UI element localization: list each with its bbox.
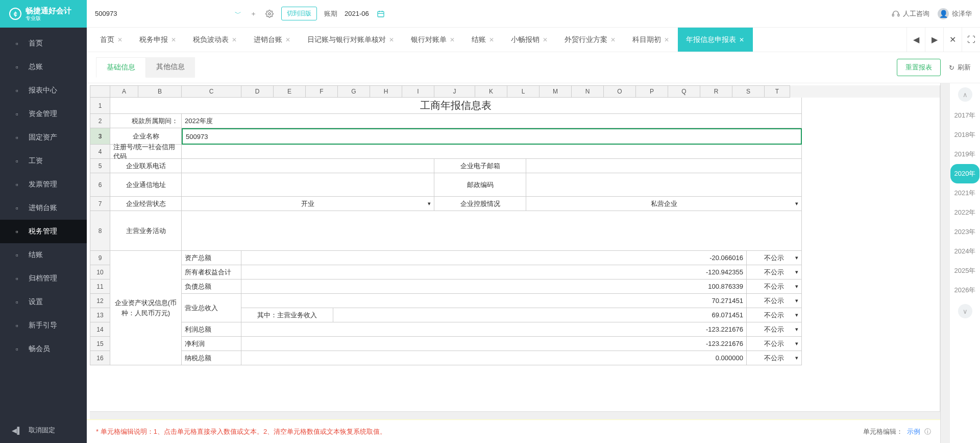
col-header-I[interactable]: I — [402, 85, 434, 98]
tab-2[interactable]: 税负波动表✕ — [185, 28, 246, 52]
close-icon[interactable]: ✕ — [232, 36, 237, 43]
value-rev2[interactable]: 69.071451 — [333, 308, 747, 322]
col-header-A[interactable]: A — [110, 85, 138, 98]
input-company-name[interactable]: 500973 — [182, 128, 802, 145]
sidebar-item-10[interactable]: ▫归档管理 — [0, 267, 87, 290]
fullscreen-icon[interactable]: ⛶ — [962, 28, 980, 52]
year-2023年[interactable]: 2023年 — [950, 222, 980, 242]
close-icon[interactable]: ✕ — [285, 36, 290, 43]
close-icon[interactable]: ✕ — [450, 36, 455, 43]
input-email[interactable] — [526, 159, 802, 173]
plus-icon[interactable]: ＋ — [249, 9, 258, 18]
value-owner-equity[interactable]: -120.942355 — [241, 265, 747, 279]
year-2025年[interactable]: 2025年 — [950, 261, 980, 281]
close-icon[interactable]: ✕ — [610, 36, 616, 43]
tab-7[interactable]: 小畅报销✕ — [503, 28, 556, 52]
input-reg-code[interactable] — [182, 145, 802, 159]
select-all-cell[interactable] — [90, 85, 110, 98]
col-header-C[interactable]: C — [182, 85, 241, 98]
row-header[interactable]: 7 — [90, 197, 110, 211]
col-header-D[interactable]: D — [241, 85, 274, 98]
row-header[interactable]: 1 — [90, 98, 110, 114]
row-header[interactable]: 8 — [90, 211, 110, 251]
row-header[interactable]: 9 — [90, 251, 110, 265]
col-header-S[interactable]: S — [732, 85, 765, 98]
row-header[interactable]: 6 — [90, 173, 110, 197]
select-publicity[interactable]: 不公示 — [747, 251, 802, 265]
year-2021年[interactable]: 2021年 — [950, 183, 980, 203]
year-2018年[interactable]: 2018年 — [950, 125, 980, 145]
year-next[interactable]: ∨ — [958, 304, 972, 318]
gear-icon[interactable] — [265, 9, 274, 18]
tab-3[interactable]: 进销台账✕ — [246, 28, 299, 52]
sidebar-item-4[interactable]: ▫固定资产 — [0, 126, 87, 149]
year-2017年[interactable]: 2017年 — [950, 106, 980, 125]
close-icon[interactable]: ✕ — [664, 36, 669, 43]
year-2019年[interactable]: 2019年 — [950, 145, 980, 164]
input-address[interactable] — [182, 173, 434, 197]
tab-0[interactable]: 首页✕ — [92, 28, 131, 52]
close-icon[interactable]: ✕ — [739, 36, 744, 43]
calendar-icon[interactable] — [376, 9, 385, 18]
select-biz-status[interactable]: 开业 — [182, 197, 434, 211]
close-icon[interactable]: ✕ — [389, 36, 394, 43]
row-header[interactable]: 15 — [90, 337, 110, 351]
col-header-Q[interactable]: Q — [668, 85, 700, 98]
value-total-profit[interactable]: -123.221676 — [241, 322, 747, 337]
select-publicity[interactable]: 不公示 — [747, 294, 802, 308]
value-total-assets[interactable]: -20.066016 — [241, 251, 747, 265]
reset-report-button[interactable]: 重置报表 — [897, 59, 941, 76]
value-net-profit[interactable]: -123.221676 — [241, 337, 747, 351]
select-holding[interactable]: 私营企业 — [526, 197, 802, 211]
row-header[interactable]: 13 — [90, 308, 110, 322]
col-header-P[interactable]: P — [636, 85, 668, 98]
sidebar-item-7[interactable]: ▫进销台账 — [0, 196, 87, 220]
sidebar-item-5[interactable]: ▫工资 — [0, 149, 87, 173]
year-prev[interactable]: ∧ — [958, 87, 972, 102]
sidebar-item-1[interactable]: ▫总账 — [0, 55, 87, 79]
col-header-L[interactable]: L — [507, 85, 540, 98]
year-2022年[interactable]: 2022年 — [950, 203, 980, 222]
sidebar-item-0[interactable]: ▫首页 — [0, 32, 87, 55]
select-publicity[interactable]: 不公示 — [747, 322, 802, 337]
col-header-K[interactable]: K — [475, 85, 507, 98]
tab-9[interactable]: 科目期初✕ — [624, 28, 678, 52]
tab-8[interactable]: 外贸行业方案✕ — [556, 28, 624, 52]
row-header[interactable]: 14 — [90, 322, 110, 337]
input-main-activity[interactable] — [182, 211, 802, 251]
select-publicity[interactable]: 不公示 — [747, 351, 802, 365]
sidebar-item-3[interactable]: ▫资金管理 — [0, 102, 87, 126]
row-header[interactable]: 11 — [90, 279, 110, 294]
row-header[interactable]: 4 — [90, 145, 110, 159]
value-total-liab[interactable]: 100.876339 — [241, 279, 747, 294]
year-2020年[interactable]: 2020年 — [950, 164, 980, 183]
sidebar-item-6[interactable]: ▫发票管理 — [0, 173, 87, 196]
period-value-cell[interactable]: 2022年度 — [182, 114, 802, 128]
close-icon[interactable]: ✕ — [117, 36, 122, 43]
select-publicity[interactable]: 不公示 — [747, 279, 802, 294]
col-header-M[interactable]: M — [540, 85, 572, 98]
input-phone[interactable] — [182, 159, 434, 173]
col-header-N[interactable]: N — [572, 85, 604, 98]
old-version-button[interactable]: 切到旧版 — [281, 7, 317, 20]
select-publicity[interactable]: 不公示 — [747, 265, 802, 279]
example-link[interactable]: 示例 — [907, 427, 920, 436]
subtab-other[interactable]: 其他信息 — [146, 57, 195, 78]
sidebar-item-9[interactable]: ▫结账 — [0, 243, 87, 267]
row-header[interactable]: 10 — [90, 265, 110, 279]
consult-button[interactable]: 人工咨询 — [892, 9, 929, 18]
value-rev1[interactable]: 70.271451 — [241, 294, 747, 308]
chevron-down-icon[interactable]: ﹀ — [235, 9, 241, 18]
select-publicity[interactable]: 不公示 — [747, 308, 802, 322]
tab-6[interactable]: 结账✕ — [463, 28, 503, 52]
year-2024年[interactable]: 2024年 — [950, 242, 980, 261]
tabs-prev[interactable]: ◀ — [906, 28, 925, 52]
col-header-H[interactable]: H — [370, 85, 402, 98]
sidebar-item-8[interactable]: ▫税务管理 — [0, 220, 87, 243]
close-icon[interactable]: ✕ — [543, 36, 548, 43]
org-selector[interactable]: 500973 — [95, 10, 228, 17]
row-header[interactable]: 12 — [90, 294, 110, 308]
horizontal-scrollbar[interactable] — [90, 411, 940, 419]
row-header[interactable]: 5 — [90, 159, 110, 173]
year-2026年[interactable]: 2026年 — [950, 281, 980, 300]
